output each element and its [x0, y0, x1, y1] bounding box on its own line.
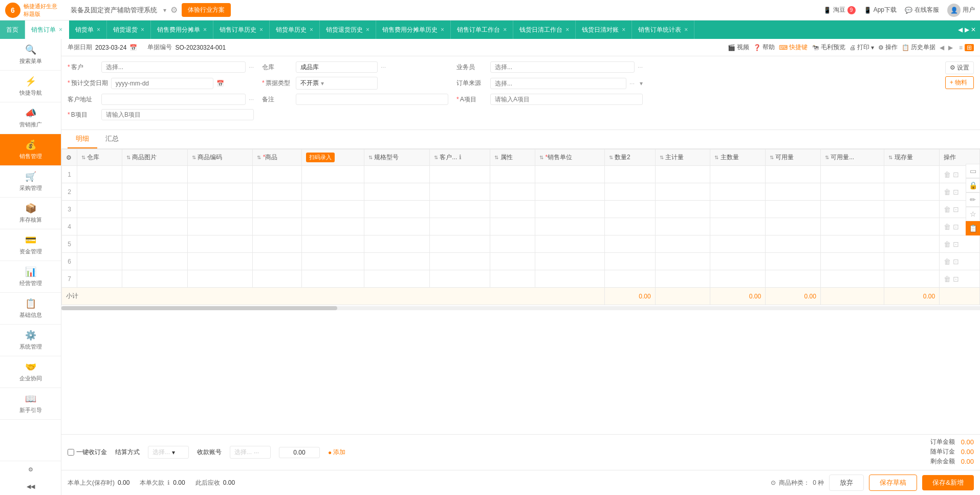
sidebar-item-operations[interactable]: 📊 经营管理 — [0, 261, 61, 293]
system-dropdown-icon[interactable]: ▾ — [163, 7, 166, 14]
sidebar-item-quicknav[interactable]: ⚡ 快捷导航 — [0, 71, 61, 102]
float-star-btn[interactable]: ☆ — [966, 207, 980, 221]
delivery-date-input[interactable] — [111, 78, 213, 89]
tab-home[interactable]: 首页 — [0, 20, 25, 39]
sidebar-item-cooperation[interactable]: 🤝 企业协同 — [0, 356, 61, 388]
shortcut-btn[interactable]: ⌨ 快捷键 — [779, 43, 808, 52]
online-service-item[interactable]: 💬 在线客服 — [905, 6, 939, 14]
list-view-icon[interactable]: ≡ — [959, 44, 963, 51]
print-btn[interactable]: 🖨 打印 ▾ — [850, 43, 874, 52]
staff-expand-icon[interactable]: ··· — [638, 63, 643, 71]
close-tab-icon[interactable]: × — [203, 26, 207, 33]
tab-sales-workbench[interactable]: 销售订单工作台 × — [451, 20, 513, 39]
tab-expense-history[interactable]: 销售费用分摊单历史 × — [376, 20, 451, 39]
customer-code-info-icon[interactable]: ℹ — [459, 154, 462, 161]
delete-icon[interactable]: 🗑 — [944, 170, 951, 179]
bank-account-select[interactable]: 选择... ··· — [230, 446, 271, 459]
sidebar-item-finance[interactable]: 💳 资金管理 — [0, 229, 61, 261]
close-tab-icon[interactable]: × — [565, 26, 569, 33]
form-settings-btn[interactable]: ⚙ 设置 — [945, 61, 974, 74]
xiaomi-item[interactable]: 📱 淘豆 9 — [823, 6, 856, 14]
copy-icon[interactable]: ⊡ — [953, 170, 959, 179]
close-tab-icon[interactable]: × — [503, 26, 507, 33]
tab-detail[interactable]: 明细 — [68, 130, 97, 148]
copy-icon[interactable]: ⊡ — [953, 240, 959, 248]
save-new-btn[interactable]: 保存&新增 — [922, 475, 974, 490]
customer-input[interactable] — [101, 61, 246, 73]
close-tab-icon[interactable]: × — [684, 26, 688, 33]
one-click-checkbox[interactable] — [68, 449, 74, 456]
credit-info-icon[interactable]: ℹ — [167, 479, 170, 486]
add-goods-btn[interactable]: + 物料 — [945, 76, 974, 89]
nav-next-icon[interactable]: ▶ — [948, 44, 953, 51]
delete-icon[interactable]: 🗑 — [944, 205, 951, 213]
tab-sales-slip-history[interactable]: 销货单历史 × — [270, 20, 320, 39]
order-source-input[interactable] — [490, 78, 626, 89]
scrollbar-thumb[interactable] — [61, 306, 337, 310]
copy-icon[interactable]: ⊡ — [953, 205, 959, 213]
nav-prev-icon[interactable]: ◀ — [940, 44, 944, 51]
delete-icon[interactable]: 🗑 — [944, 223, 951, 231]
sidebar-item-purchase[interactable]: 🛒 采购管理 — [0, 166, 61, 198]
order-source-expand-icon[interactable]: ··· — [629, 80, 635, 87]
tab-sales-slip[interactable]: 销货单 × — [69, 20, 107, 39]
settings-icon[interactable]: ⚙ — [170, 5, 178, 15]
nav-tab-more[interactable]: ◀ ▶ ✕ — [954, 26, 980, 33]
app-download-item[interactable]: 📱 App下载 — [864, 6, 897, 14]
sidebar-item-basic[interactable]: 📋 基础信息 — [0, 293, 61, 325]
delete-icon[interactable]: 🗑 — [944, 240, 951, 248]
sidebar-settings-btn[interactable]: ⚙ — [0, 461, 61, 478]
customer-expand-icon[interactable]: ··· — [249, 63, 254, 71]
sidebar-item-search[interactable]: 🔍 搜索菜单 — [0, 39, 61, 71]
delete-icon[interactable]: 🗑 — [944, 188, 951, 196]
close-tab-icon[interactable]: × — [259, 26, 263, 33]
sidebar-item-system[interactable]: ⚙️ 系统管理 — [0, 325, 61, 356]
tab-summary[interactable]: 汇总 — [97, 130, 127, 148]
add-btn[interactable]: ● 添加 — [328, 448, 345, 457]
close-tab-icon[interactable]: × — [59, 26, 62, 33]
card-view-icon[interactable]: ⊞ — [965, 44, 974, 51]
operations-btn[interactable]: ⚙ 操作 — [878, 43, 898, 52]
float-edit-btn[interactable]: ✏ — [966, 192, 980, 207]
tab-cash-reconciliation[interactable]: 钱货日清对账 × — [576, 20, 632, 39]
bank-account-expand-icon[interactable]: ··· — [254, 449, 259, 456]
staff-input[interactable] — [490, 61, 635, 73]
tab-sales-return-history[interactable]: 销货退货历史 × — [320, 20, 376, 39]
notes-input[interactable] — [296, 94, 448, 105]
delete-icon[interactable]: 🗑 — [944, 257, 951, 266]
sidebar-collapse-btn[interactable]: ◀◀ — [0, 478, 61, 495]
save-draft-btn[interactable]: 保存草稿 — [869, 475, 917, 491]
delete-icon[interactable]: 🗑 — [944, 275, 951, 283]
address-expand-icon[interactable]: ··· — [249, 96, 254, 103]
close-tab-icon[interactable]: × — [366, 26, 369, 33]
copy-icon[interactable]: ⊡ — [953, 223, 959, 231]
project-a-input[interactable] — [490, 94, 643, 105]
copy-icon[interactable]: ⊡ — [953, 188, 959, 196]
close-tab-icon[interactable]: × — [441, 26, 444, 33]
th-settings[interactable]: ⚙ — [62, 149, 77, 166]
discard-btn[interactable]: 放弃 — [829, 475, 864, 491]
calendar-icon[interactable]: 📅 — [129, 44, 137, 51]
view-btn[interactable]: 🎬 视频 — [728, 43, 749, 52]
user-item[interactable]: 👤 用户 — [947, 4, 975, 17]
project-b-input[interactable] — [101, 109, 254, 120]
close-tab-icon[interactable]: × — [310, 26, 313, 33]
scan-btn[interactable]: 扫码录入 — [306, 153, 335, 162]
payment-method-select[interactable]: 选择... ▾ — [148, 446, 189, 459]
customer-address-input[interactable] — [101, 94, 246, 105]
horizontal-scrollbar[interactable] — [61, 306, 980, 310]
help-btn[interactable]: ❓ 帮助 — [753, 43, 775, 52]
copy-icon[interactable]: ⊡ — [953, 275, 959, 283]
profit-btn[interactable]: 🐄 毛利预览 — [812, 43, 845, 52]
close-tab-icon[interactable]: × — [622, 26, 625, 33]
calendar2-icon[interactable]: 📅 — [216, 80, 224, 87]
close-tab-icon[interactable]: × — [97, 26, 100, 33]
amount-input[interactable] — [279, 447, 320, 458]
float-lock-btn[interactable]: 🔒 — [966, 178, 980, 192]
tab-sales-stats[interactable]: 销售订单统计表 × — [632, 20, 694, 39]
close-tab-icon[interactable]: × — [141, 26, 144, 33]
invoice-type-select[interactable]: 不开票 ▾ — [296, 77, 378, 90]
sidebar-item-marketing[interactable]: 📣 营销推广 — [0, 102, 61, 134]
sidebar-item-inventory[interactable]: 📦 库存核算 — [0, 198, 61, 229]
history-btn[interactable]: 📋 历史单据 — [902, 43, 935, 52]
